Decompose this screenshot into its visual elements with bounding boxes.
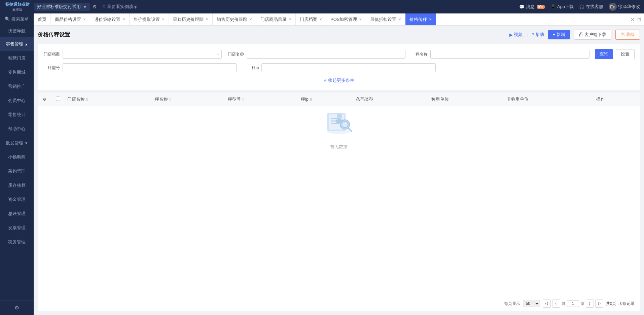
tab-price-scale[interactable]: 价格传秤 ✕ (405, 13, 436, 26)
tab-pos-mgmt[interactable]: POS加密管理 ✕ (326, 13, 366, 26)
th-store-name[interactable]: 门店名称 ⇅ (65, 93, 152, 106)
download-button[interactable]: 凸 客户端下载 (574, 30, 612, 40)
store-archive-input[interactable] (63, 50, 222, 59)
maximize-icon[interactable]: ⊡ (637, 17, 641, 22)
search-menu[interactable]: 🔍 搜索菜单 (0, 13, 34, 25)
close-icon[interactable]: ✕ (206, 18, 208, 21)
sidebar-item-invoice[interactable]: 发票管理 (0, 221, 34, 235)
sidebar-item-ecommerce[interactable]: 小畅电商 (0, 150, 34, 164)
th-store-name-label: 门店名称 (67, 96, 85, 102)
prev-page-button[interactable]: ⟨ (552, 300, 560, 308)
close-icon[interactable]: ✕ (319, 18, 322, 21)
tab-sale-history[interactable]: 销售历史价跟踪 ✕ (213, 13, 256, 26)
demo-button[interactable]: 我要看实例演示 (102, 4, 138, 10)
tab-label: 采购历史价跟踪 (173, 16, 204, 23)
search-icon: 🔍 (5, 16, 10, 22)
sidebar-item-smart-store[interactable]: 智慧门店 (0, 51, 34, 65)
store-name-input[interactable] (247, 50, 406, 59)
delete-button[interactable]: 面 删除 (615, 30, 640, 40)
per-page-label: 每页显示 (504, 301, 520, 307)
quick-nav[interactable]: 快捷导航 (0, 25, 34, 37)
scale-ip-input[interactable] (261, 63, 435, 72)
collapse-label: ∧ 收起更多条件 (323, 77, 355, 83)
th-checkbox[interactable] (51, 93, 65, 106)
th-settings[interactable]: ⚙ (38, 93, 51, 106)
tab-label: 首页 (38, 16, 46, 23)
sidebar-gear-icon[interactable]: ⚙ (0, 300, 34, 315)
sidebar-item-wholesale[interactable]: 批发管理 ▼ (0, 136, 34, 150)
sort-icon: ⇅ (242, 98, 245, 101)
help-button[interactable]: ? 帮助 (532, 32, 544, 38)
chevron-up-icon: ▲ (25, 42, 28, 46)
sidebar-item-purchase[interactable]: 采购管理 (0, 164, 34, 178)
th-weight-unit: 称重单位 (429, 93, 504, 106)
tab-min-discount[interactable]: 最低折扣设置 ✕ (366, 13, 405, 26)
sidebar-item-retail-mgmt[interactable]: 零售管理 ▲ (0, 37, 34, 51)
app-download-button[interactable]: 📱 App下载 (550, 4, 574, 10)
svg-rect-10 (337, 119, 342, 124)
sidebar-item-finance[interactable]: 资金管理 (0, 193, 34, 207)
empty-illustration (319, 106, 359, 140)
add-button[interactable]: + 新增 (548, 30, 570, 39)
close-icon[interactable]: ✕ (122, 18, 125, 21)
close-icon[interactable]: ✕ (83, 18, 86, 21)
version-select[interactable]: 好业财标准版交付试用 ▼ (34, 3, 90, 11)
close-icon[interactable]: ✕ (289, 18, 291, 21)
table-wrap: ⚙ 门店名称 ⇅ (38, 93, 640, 296)
close-icon[interactable]: ✕ (429, 18, 432, 21)
th-scale-model[interactable]: 秤型号 ⇅ (225, 93, 298, 106)
close-icon[interactable]: ✕ (359, 18, 362, 21)
next-page-button[interactable]: ⟩ (586, 300, 594, 308)
settings-button[interactable]: 设置 (616, 49, 635, 59)
tab-purchase-history[interactable]: 采购历史价跟踪 ✕ (169, 13, 213, 26)
sidebar-item-tax[interactable]: 税务管理 (0, 235, 34, 249)
close-icon[interactable]: ✕ (249, 18, 252, 21)
sidebar-item-inventory[interactable]: 库存核算 (0, 178, 34, 193)
sort-scale-name[interactable]: 秤名称 ⇅ (155, 96, 222, 102)
first-page-button[interactable]: ⟨⟨ (543, 300, 551, 308)
th-scale-name[interactable]: 秤名称 ⇅ (152, 93, 225, 106)
th-scale-ip[interactable]: 秤ip ⇅ (298, 93, 354, 106)
page-input[interactable] (567, 300, 579, 307)
sidebar-item-help[interactable]: 帮助中心 (0, 122, 34, 136)
th-scale-name-label: 秤名称 (155, 96, 168, 102)
close-icon[interactable]: ✕ (162, 18, 165, 21)
tab-label: 最低折扣设置 (370, 16, 396, 23)
video-button[interactable]: ▶ 视频 (509, 32, 523, 38)
message-button[interactable]: 💬 消息 99+ (519, 4, 545, 10)
collapse-button[interactable]: ∧ 收起更多条件 (43, 76, 635, 85)
th-non-weight-unit: 非称重单位 (504, 93, 594, 106)
sort-icon: ⇅ (169, 98, 172, 101)
th-operation-label: 操作 (596, 97, 605, 102)
page-size-select[interactable]: 50 10 20 100 (523, 300, 540, 307)
sidebar-item-retail-stats[interactable]: 零售统计 (0, 108, 34, 122)
sort-scale-model[interactable]: 秤型号 ⇅ (228, 96, 295, 102)
close-icon[interactable]: ✕ (398, 18, 401, 21)
sidebar-item-retail-shop[interactable]: 零售商城 (0, 65, 34, 79)
online-service-button[interactable]: 🎧 在线客服 (579, 4, 603, 10)
tab-store-archive[interactable]: 门店档案 ✕ (296, 13, 326, 26)
scale-name-input[interactable] (430, 50, 589, 59)
tab-purchase-strategy[interactable]: 进价策略设置 ✕ (90, 13, 130, 26)
last-page-button[interactable]: ⟩⟩ (595, 300, 603, 308)
tab-bar: 首页 商品价格设置 ✕ 进价策略设置 ✕ 售价提取设置 ✕ 采购历史价跟踪 ✕ … (34, 13, 644, 26)
scale-model-input[interactable] (63, 63, 237, 72)
tab-sale-extract[interactable]: 售价提取设置 ✕ (130, 13, 169, 26)
tab-price-setting[interactable]: 商品价格设置 ✕ (51, 13, 90, 26)
user-menu[interactable]: Ea 徐泽华修改 (609, 3, 640, 11)
svg-rect-12 (342, 119, 343, 123)
sidebar-item-marketing[interactable]: 营销推广 (0, 79, 34, 94)
tab-store-catalog[interactable]: 门店商品目录 ✕ (256, 13, 296, 26)
sort-icon: ⇅ (86, 98, 88, 101)
more-icon[interactable]: ··· (216, 52, 219, 57)
sidebar-item-member[interactable]: 会员中心 (0, 94, 34, 108)
sidebar-item-general-ledger[interactable]: 总账管理 (0, 207, 34, 221)
sort-store-name[interactable]: 门店名称 ⇅ (67, 96, 149, 102)
select-all-checkbox[interactable] (56, 97, 60, 101)
close-tab-icon[interactable]: ✕ (631, 17, 635, 22)
quick-nav-label: 快捷导航 (8, 28, 26, 33)
settings-icon[interactable]: ⚙ (93, 4, 97, 9)
sort-scale-ip[interactable]: 秤ip ⇅ (301, 96, 351, 102)
query-button[interactable]: 查询 (595, 49, 613, 59)
tab-home[interactable]: 首页 (34, 13, 51, 26)
